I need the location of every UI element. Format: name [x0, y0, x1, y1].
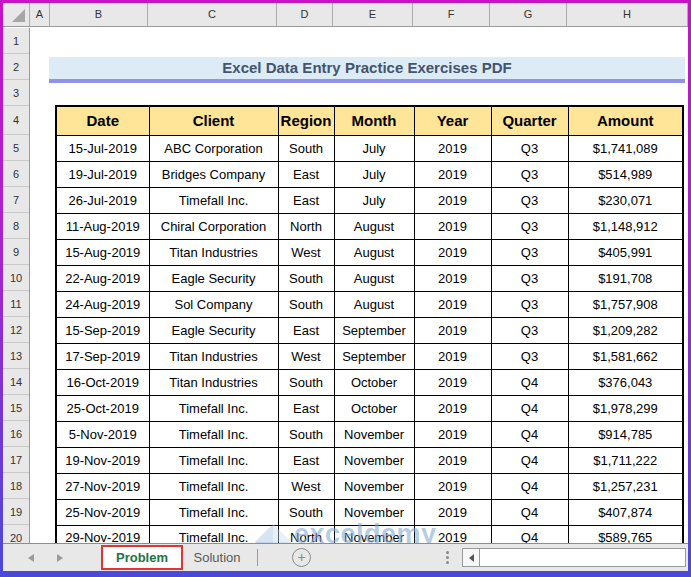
table-cell[interactable]: 2019 — [414, 395, 491, 421]
table-cell[interactable]: South — [278, 499, 334, 525]
cells-canvas[interactable]: Excel Data Entry Practice Exercises PDF … — [31, 28, 688, 543]
row-header-16[interactable]: 16 — [3, 421, 29, 447]
table-cell[interactable]: 2019 — [414, 447, 491, 473]
table-cell[interactable]: August — [334, 265, 414, 291]
select-all-corner[interactable] — [3, 3, 30, 26]
column-header-A[interactable]: A — [30, 3, 50, 26]
table-cell[interactable]: 16-Oct-2019 — [56, 369, 149, 395]
table-header-cell[interactable]: Year — [414, 106, 491, 135]
table-cell[interactable]: Timefall Inc. — [149, 421, 278, 447]
table-cell[interactable]: Q3 — [491, 161, 568, 187]
table-cell[interactable]: 2019 — [414, 499, 491, 525]
table-cell[interactable]: West — [278, 343, 334, 369]
table-cell[interactable]: Titan Industries — [149, 369, 278, 395]
row-header-1[interactable]: 1 — [3, 28, 29, 54]
table-cell[interactable]: Q4 — [491, 421, 568, 447]
table-header-cell[interactable]: Quarter — [491, 106, 568, 135]
table-cell[interactable]: Q4 — [491, 473, 568, 499]
table-cell[interactable]: Titan Industries — [149, 343, 278, 369]
table-cell[interactable]: Timefall Inc. — [149, 447, 278, 473]
table-cell[interactable]: $191,708 — [568, 265, 683, 291]
scrollbar-thumb[interactable] — [480, 549, 685, 566]
table-cell[interactable]: September — [334, 343, 414, 369]
table-cell[interactable]: Q3 — [491, 135, 568, 161]
table-cell[interactable]: Q3 — [491, 317, 568, 343]
table-cell[interactable]: $1,257,231 — [568, 473, 683, 499]
table-cell[interactable]: West — [278, 473, 334, 499]
scrollbar-left-arrow-icon[interactable] — [463, 549, 480, 566]
table-cell[interactable]: $514,989 — [568, 161, 683, 187]
table-cell[interactable]: Q4 — [491, 499, 568, 525]
table-cell[interactable]: 2019 — [414, 369, 491, 395]
table-cell[interactable]: 11-Aug-2019 — [56, 213, 149, 239]
table-cell[interactable]: 2019 — [414, 187, 491, 213]
row-header-2[interactable]: 2 — [3, 54, 29, 80]
table-cell[interactable]: Q4 — [491, 395, 568, 421]
table-cell[interactable]: October — [334, 395, 414, 421]
row-header-19[interactable]: 19 — [3, 499, 29, 525]
table-cell[interactable]: North — [278, 213, 334, 239]
row-header-20[interactable]: 20 — [3, 525, 29, 543]
column-header-E[interactable]: E — [333, 3, 413, 26]
column-header-F[interactable]: F — [413, 3, 490, 26]
table-header-cell[interactable]: Month — [334, 106, 414, 135]
row-header-10[interactable]: 10 — [3, 265, 29, 291]
table-cell[interactable]: 2019 — [414, 473, 491, 499]
table-cell[interactable]: Timefall Inc. — [149, 473, 278, 499]
table-cell[interactable]: $1,581,662 — [568, 343, 683, 369]
table-cell[interactable]: 25-Oct-2019 — [56, 395, 149, 421]
table-cell[interactable]: 2019 — [414, 291, 491, 317]
table-cell[interactable]: Q3 — [491, 265, 568, 291]
table-cell[interactable]: Chiral Corporation — [149, 213, 278, 239]
table-cell[interactable]: 26-Jul-2019 — [56, 187, 149, 213]
table-cell[interactable]: $405,991 — [568, 239, 683, 265]
tab-problem[interactable]: Problem — [103, 547, 181, 568]
column-header-B[interactable]: B — [50, 3, 148, 26]
table-cell[interactable]: November — [334, 525, 414, 543]
table-cell[interactable]: 29-Nov-2019 — [56, 525, 149, 543]
table-cell[interactable]: $1,209,282 — [568, 317, 683, 343]
table-cell[interactable]: East — [278, 447, 334, 473]
row-header-4[interactable]: 4 — [3, 106, 29, 135]
table-cell[interactable]: 19-Jul-2019 — [56, 161, 149, 187]
table-cell[interactable]: 15-Jul-2019 — [56, 135, 149, 161]
table-cell[interactable]: July — [334, 187, 414, 213]
table-cell[interactable]: 5-Nov-2019 — [56, 421, 149, 447]
table-cell[interactable]: Q3 — [491, 239, 568, 265]
table-header-cell[interactable]: Amount — [568, 106, 683, 135]
table-cell[interactable]: Timefall Inc. — [149, 525, 278, 543]
table-cell[interactable]: 22-Aug-2019 — [56, 265, 149, 291]
table-cell[interactable]: ABC Corporation — [149, 135, 278, 161]
table-cell[interactable]: November — [334, 473, 414, 499]
table-cell[interactable]: $1,757,908 — [568, 291, 683, 317]
table-cell[interactable]: Eagle Security — [149, 265, 278, 291]
table-cell[interactable]: 2019 — [414, 421, 491, 447]
row-header-14[interactable]: 14 — [3, 369, 29, 395]
row-header-6[interactable]: 6 — [3, 161, 29, 187]
table-cell[interactable]: Timefall Inc. — [149, 395, 278, 421]
table-cell[interactable]: July — [334, 135, 414, 161]
table-cell[interactable]: West — [278, 239, 334, 265]
row-header-7[interactable]: 7 — [3, 187, 29, 213]
table-cell[interactable]: 2019 — [414, 135, 491, 161]
table-cell[interactable]: South — [278, 291, 334, 317]
table-cell[interactable]: South — [278, 135, 334, 161]
table-cell[interactable]: 2019 — [414, 213, 491, 239]
table-cell[interactable]: $407,874 — [568, 499, 683, 525]
table-cell[interactable]: 2019 — [414, 525, 491, 543]
table-cell[interactable]: 25-Nov-2019 — [56, 499, 149, 525]
table-cell[interactable]: North — [278, 525, 334, 543]
table-cell[interactable]: October — [334, 369, 414, 395]
table-cell[interactable]: Timefall Inc. — [149, 499, 278, 525]
table-cell[interactable]: November — [334, 447, 414, 473]
column-header-G[interactable]: G — [490, 3, 567, 26]
table-header-cell[interactable]: Client — [149, 106, 278, 135]
table-cell[interactable]: 19-Nov-2019 — [56, 447, 149, 473]
table-cell[interactable]: East — [278, 317, 334, 343]
table-cell[interactable]: $1,148,912 — [568, 213, 683, 239]
table-cell[interactable]: August — [334, 291, 414, 317]
table-cell[interactable]: August — [334, 239, 414, 265]
worksheet-title-band[interactable]: Excel Data Entry Practice Exercises PDF — [49, 57, 685, 83]
table-cell[interactable]: 15-Aug-2019 — [56, 239, 149, 265]
row-header-17[interactable]: 17 — [3, 447, 29, 473]
